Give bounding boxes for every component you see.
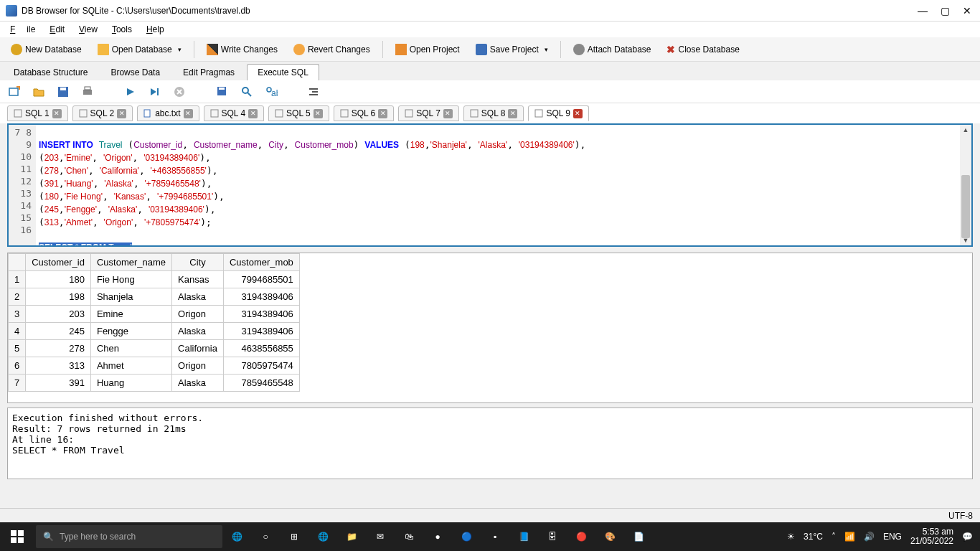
sql-tab-2[interactable]: SQL 2✕ — [72, 105, 133, 121]
save-results-icon[interactable] — [215, 85, 230, 99]
attach-database-button[interactable]: Attach Database — [567, 40, 658, 59]
tray-language[interactable]: ENG — [883, 532, 902, 542]
taskbar-store[interactable]: 🛍 — [399, 527, 419, 547]
tray-volume-icon[interactable]: 🔊 — [864, 532, 875, 542]
menu-tools[interactable]: Tools — [106, 23, 138, 36]
code-area[interactable]: INSERT INTO Travel (Customer_id, Custome… — [36, 125, 971, 245]
sql-tab-7[interactable]: SQL 7✕ — [398, 105, 459, 121]
scroll-down-icon[interactable]: ▼ — [960, 235, 971, 245]
svg-rect-18 — [144, 110, 150, 117]
results-table[interactable]: Customer_idCustomer_nameCityCustomer_mob… — [8, 253, 300, 392]
find-icon[interactable] — [240, 85, 254, 99]
taskbar-taskview[interactable]: ⊞ — [284, 527, 304, 547]
table-row[interactable]: 1180Fie HongKansas7994685501 — [9, 271, 300, 288]
scroll-thumb[interactable] — [961, 175, 970, 238]
temperature[interactable]: 31°C — [804, 532, 823, 542]
open-project-button[interactable]: Open Project — [389, 40, 466, 59]
execute-icon[interactable] — [123, 85, 138, 99]
tray-network-icon[interactable]: 📶 — [844, 532, 855, 542]
close-tab-icon[interactable]: ✕ — [443, 109, 453, 118]
save-project-button[interactable]: Save Project▾ — [469, 40, 555, 59]
svg-point-9 — [242, 88, 248, 93]
close-tab-icon[interactable]: ✕ — [314, 109, 323, 118]
sql-tab-9[interactable]: SQL 9✕ — [528, 105, 589, 121]
taskbar-terminal[interactable]: ▪ — [485, 527, 505, 547]
menu-file[interactable]: File — [4, 23, 41, 36]
search-icon: 🔍 — [43, 532, 54, 542]
tab-browse-data[interactable]: Browse Data — [100, 64, 171, 80]
menu-help[interactable]: Help — [141, 23, 170, 36]
table-row[interactable]: 6313AhmetOrigon7805975474 — [9, 357, 300, 375]
taskbar-app-5[interactable]: 🎨 — [600, 527, 620, 547]
sql-tab-8[interactable]: SQL 8✕ — [463, 105, 524, 121]
column-header[interactable]: Customer_mob — [223, 254, 299, 271]
close-tab-icon[interactable]: ✕ — [184, 109, 193, 118]
minimize-button[interactable]: — — [918, 5, 928, 17]
sql-editor[interactable]: 7 8 9 10 11 12 13 14 15 16 INSERT INTO T… — [7, 123, 973, 247]
table-row[interactable]: 4245FenggeAlaska3194389406 — [9, 323, 300, 340]
taskbar-dbbrowser[interactable]: 🗄 — [542, 527, 562, 547]
menu-edit[interactable]: Edit — [44, 23, 70, 36]
start-button[interactable] — [0, 522, 34, 551]
tab-database-structure[interactable]: Database Structure — [3, 64, 98, 80]
svg-rect-20 — [275, 110, 283, 117]
column-header[interactable]: Customer_id — [26, 254, 91, 271]
sql-tab-6[interactable]: SQL 6✕ — [334, 105, 395, 121]
table-row[interactable]: 5278ChenCalifornia4638556855 — [9, 340, 300, 357]
taskbar-word[interactable]: 📄 — [628, 527, 649, 547]
vertical-scrollbar[interactable]: ▲ ▼ — [960, 125, 971, 245]
tab-execute-sql[interactable]: Execute SQL — [247, 64, 319, 80]
taskbar-edge[interactable]: 🌐 — [313, 527, 333, 547]
taskbar-app-4[interactable]: 🔴 — [571, 527, 591, 547]
close-database-button[interactable]: ✖Close Database — [660, 40, 745, 59]
sql-tab-1[interactable]: SQL 1✕ — [7, 105, 68, 121]
taskbar-mail[interactable]: ✉ — [370, 527, 390, 547]
tab-edit-pragmas[interactable]: Edit Pragmas — [172, 64, 245, 80]
new-tab-icon[interactable] — [7, 85, 22, 99]
open-database-button[interactable]: Open Database▾ — [91, 40, 188, 59]
open-file-icon[interactable] — [32, 85, 46, 99]
table-row[interactable]: 3203EmineOrigon3194389406 — [9, 306, 300, 323]
column-header[interactable]: City — [172, 254, 224, 271]
find-replace-icon[interactable]: ab — [264, 85, 278, 99]
maximize-button[interactable]: ▢ — [941, 5, 950, 17]
taskbar-search[interactable]: 🔍 Type here to search — [36, 525, 222, 548]
statusbar: UTF-8 — [0, 508, 980, 522]
scroll-up-icon[interactable]: ▲ — [960, 125, 971, 135]
taskbar-app-2[interactable]: ● — [428, 527, 448, 547]
table-row[interactable]: 7391HuangAlaska7859465548 — [9, 375, 300, 392]
revert-changes-button[interactable]: Revert Changes — [287, 40, 377, 59]
taskbar-app-3[interactable]: 📘 — [514, 527, 534, 547]
weather-icon[interactable]: ☀ — [787, 532, 795, 542]
close-tab-icon[interactable]: ✕ — [117, 109, 126, 118]
taskbar-explorer[interactable]: 📁 — [341, 527, 362, 547]
column-header[interactable]: Customer_name — [90, 254, 171, 271]
attach-database-icon — [573, 44, 585, 55]
indent-icon[interactable] — [307, 85, 321, 99]
close-tab-icon[interactable]: ✕ — [52, 109, 62, 118]
close-tab-icon[interactable]: ✕ — [508, 109, 517, 118]
new-database-button[interactable]: New Database — [4, 40, 88, 59]
taskbar-cortana[interactable]: ○ — [255, 527, 275, 547]
notifications-icon[interactable]: 💬 — [962, 532, 973, 542]
taskbar-chrome[interactable]: 🔵 — [456, 527, 476, 547]
table-row[interactable]: 2198ShanjelaAlaska3194389406 — [9, 288, 300, 306]
close-tab-icon[interactable]: ✕ — [248, 109, 258, 118]
menu-view[interactable]: View — [73, 23, 103, 36]
new-database-icon — [11, 44, 22, 55]
save-icon[interactable] — [56, 85, 70, 99]
sql-tab-5[interactable]: SQL 5✕ — [268, 105, 329, 121]
sql-tab-3[interactable]: abc.txt✕ — [137, 105, 199, 121]
sql-tab-4[interactable]: SQL 4✕ — [204, 105, 265, 121]
taskbar-app-1[interactable]: 🌐 — [227, 527, 247, 547]
svg-rect-8 — [219, 88, 225, 90]
close-button[interactable]: ✕ — [963, 5, 971, 17]
tray-chevron-icon[interactable]: ˄ — [831, 532, 836, 542]
write-changes-button[interactable]: Write Changes — [200, 40, 284, 59]
clock[interactable]: 5:53 am 21/05/2022 — [910, 527, 953, 546]
close-tab-icon[interactable]: ✕ — [378, 109, 387, 118]
print-icon[interactable] — [80, 85, 95, 99]
close-tab-icon[interactable]: ✕ — [573, 109, 583, 118]
stop-icon[interactable] — [172, 85, 187, 99]
execute-line-icon[interactable] — [148, 85, 162, 99]
